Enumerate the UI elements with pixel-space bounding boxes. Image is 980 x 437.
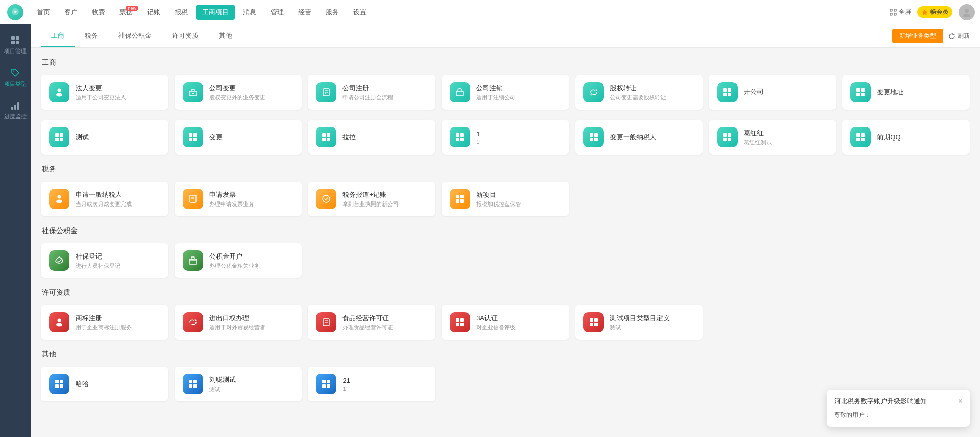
tab-gongshang[interactable]: 工商 [41,25,75,47]
card-gongsi-zhuce[interactable]: 公司注册 申请公司注册全流程 [308,75,435,110]
card-lala[interactable]: 拉拉 [308,120,435,155]
nav-manage[interactable]: 管理 [264,5,290,20]
card-21[interactable]: 21 1 [308,367,435,401]
logo[interactable] [5,2,26,22]
gongshang-cards-row1: 法人变更 适用于公司变更法人 公司变更 股权变更外的业务变更 [41,75,970,110]
nav-ticket[interactable]: 票据 new [113,5,139,20]
sidebar-item-project-manage[interactable]: 项目管理 [0,30,31,60]
ceshi-icon [49,127,69,147]
card-kai-gongsi[interactable]: 开公司 [709,75,837,110]
nav-tax[interactable]: 报税 [168,5,194,20]
card-ceshi[interactable]: 测试 [41,120,168,155]
tabs-bar: 工商 税务 社保公积金 许可资质 其他 新增业务类型 刷新 [31,24,980,48]
card-biangeng2[interactable]: 变更 [175,120,302,155]
card-shipin-xuke[interactable]: 食品经营许可证 办理食品经营许可证 [308,305,435,340]
svg-rect-89 [189,380,192,383]
gongsi-zhuxiao-text: 公司注销 适用于注销公司 [476,84,516,101]
shuiwu-baodao-name: 税务报道+记账 [342,190,399,199]
svg-rect-81 [590,318,593,322]
svg-rect-58 [861,138,865,141]
21-icon [316,374,336,394]
svg-rect-36 [193,133,197,137]
lala-text: 拉拉 [342,133,356,142]
card-shuiwu-baodao[interactable]: 税务报道+记账 拿到营业执照的新公司 [308,182,435,216]
fullscreen-button[interactable]: 全屏 [890,8,911,16]
svg-rect-57 [856,138,860,141]
nav-fee[interactable]: 收费 [86,5,111,20]
nav-business[interactable]: 经营 [292,5,317,20]
svg-rect-28 [861,88,865,92]
nav-message[interactable]: 消息 [237,5,262,20]
svg-point-5 [963,14,970,17]
card-gongjijin-kaihu[interactable]: 公积金开户 办理公积金相关业务 [175,243,302,278]
user-avatar[interactable] [959,4,975,20]
shipin-xuke-icon [316,312,336,332]
card-haha[interactable]: 哈哈 [41,367,168,401]
card-biangeng-nashuiren[interactable]: 变更一般纳税人 [575,120,703,155]
tab-shuiwu[interactable]: 税务 [75,25,108,47]
card-xin-xiangmu[interactable]: 新项目 报税加税控盘保管 [442,182,569,216]
svg-rect-32 [60,133,63,137]
tab-shebao[interactable]: 社保公积金 [108,25,162,47]
biangeng-dizhi-icon [850,82,871,102]
tab-qita[interactable]: 其他 [209,25,242,47]
section-title-gongshang: 工商 [41,58,970,67]
fullscreen-label: 全屏 [899,8,911,16]
chart-icon [10,100,21,111]
svg-rect-11 [11,107,13,110]
lala-icon [316,127,336,147]
faren-name: 法人变更 [76,84,126,93]
nav-service[interactable]: 服务 [320,5,345,20]
section-title-xuke: 许可资质 [41,288,970,297]
card-gehonghong[interactable]: 葛红红 葛红红测试 [709,120,837,155]
card-shenqing-nashuiren[interactable]: 申请一般纳税人 当月或次月成变更完成 [41,182,168,216]
sidebar: 项目管理 项目类型 进度监控 [0,24,31,437]
add-type-button[interactable]: 新增业务类型 [892,29,943,43]
tab-xuke[interactable]: 许可资质 [162,25,209,47]
kai-gongsi-name: 开公司 [744,87,764,96]
card-one[interactable]: 1 1 [442,120,569,155]
card-guquan-zhuanrang[interactable]: 股权转让 公司变更需要股权转让 [575,75,703,110]
nav-bookkeep[interactable]: 记账 [141,5,166,20]
svg-rect-79 [456,323,459,326]
lala-name: 拉拉 [342,133,356,142]
3a-renzheng-name: 3A认证 [476,314,516,323]
page-content: 工商 法人变更 适用于公司变更法人 公司变更 [31,48,980,437]
notification-close-button[interactable]: × [958,397,963,406]
card-jinchukou[interactable]: 进出口权办理 适用于对外贸易经营者 [175,305,302,340]
svg-rect-94 [327,380,330,383]
svg-rect-42 [327,138,330,141]
gongsi-biangeng-icon [183,82,203,102]
sidebar-item-project-type[interactable]: 项目类型 [0,62,31,93]
card-shangbiao-zhuce[interactable]: 商标注册 用于企业商标注册服务 [41,305,168,340]
gongsi-zhuce-text: 公司注册 申请公司注册全流程 [342,84,393,101]
vip-button[interactable]: 畅会员 [917,6,952,18]
card-shebao-dengji[interactable]: 社保登记 进行人员社保登记 [41,243,168,278]
sidebar-item-progress[interactable]: 进度监控 [0,95,31,125]
card-liucong-ceshi[interactable]: 刘聪测试 测试 [175,367,302,401]
card-faren-biangeng[interactable]: 法人变更 适用于公司变更法人 [41,75,168,110]
card-shenqing-fapiao[interactable]: 申请发票 办理申请发票业务 [175,182,302,216]
svg-rect-44 [460,133,464,137]
nav-industry[interactable]: 工商项目 [196,5,235,20]
svg-rect-26 [728,93,731,96]
nav-customer[interactable]: 客户 [58,5,84,20]
nav-settings[interactable]: 设置 [347,5,373,20]
section-title-qita: 其他 [41,350,970,359]
card-biangeng-dizhi[interactable]: 变更地址 [842,75,970,110]
card-ceshi-xiangmu-leixing[interactable]: 测试项目类型目定义 测试 [575,305,703,340]
qianqi-qq-name: 前期QQ [877,133,900,142]
card-gongsi-biangeng[interactable]: 公司变更 股权变更外的业务变更 [175,75,302,110]
faren-icon [49,82,69,102]
svg-rect-34 [60,138,63,141]
nav-home[interactable]: 首页 [31,5,56,20]
biangeng2-name: 变更 [209,133,223,142]
card-3a-renzheng[interactable]: 3A认证 对企业信誉评级 [442,305,569,340]
card-gongsi-zhuxiao[interactable]: 公司注销 适用于注销公司 [442,75,569,110]
svg-rect-13 [17,102,19,110]
card-qianqi-qq[interactable]: 前期QQ [842,120,970,155]
svg-rect-23 [723,88,727,92]
shuiwu-baodao-desc: 拿到营业执照的新公司 [342,200,399,208]
shuiwu-baodao-text: 税务报道+记账 拿到营业执照的新公司 [342,190,399,208]
refresh-button[interactable]: 刷新 [948,32,970,40]
